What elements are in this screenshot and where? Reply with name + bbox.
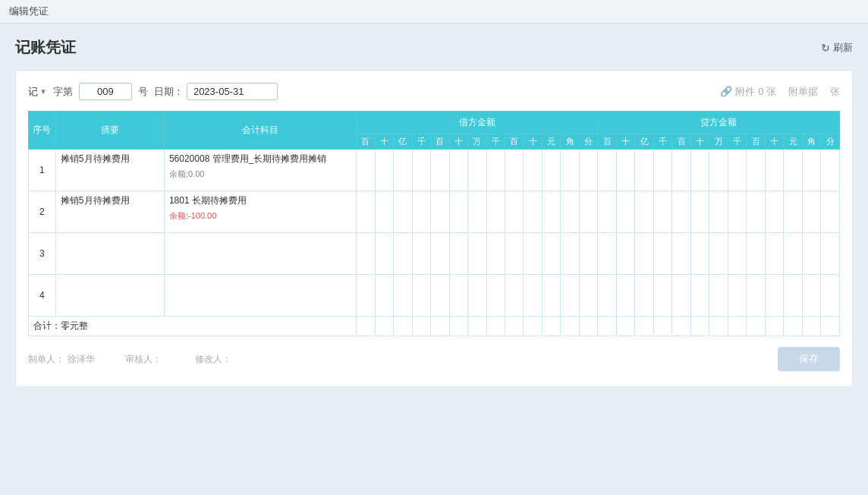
cell-amount[interactable]	[412, 233, 430, 275]
cell-amount[interactable]	[598, 233, 616, 275]
cell-amount[interactable]	[802, 275, 820, 317]
cell-amount[interactable]	[784, 150, 802, 191]
cell-amount[interactable]	[486, 275, 505, 317]
cell-amount[interactable]	[690, 233, 709, 275]
cell-amount[interactable]	[616, 233, 634, 275]
cell-amount[interactable]	[524, 233, 542, 275]
cell-amount[interactable]	[431, 275, 449, 317]
cell-amount[interactable]	[653, 275, 671, 317]
cell-amount[interactable]	[412, 150, 430, 191]
cell-amount[interactable]	[616, 150, 634, 191]
cell-amount[interactable]	[672, 275, 690, 317]
cell-amount[interactable]	[394, 275, 412, 317]
cell-amount[interactable]	[468, 191, 486, 233]
cell-amount[interactable]	[598, 275, 616, 317]
cell-amount[interactable]	[709, 275, 728, 317]
cell-amount[interactable]	[765, 191, 783, 233]
cell-account[interactable]	[164, 233, 356, 275]
attachment-unit[interactable]: 附单据	[788, 85, 818, 99]
cell-amount[interactable]	[561, 191, 579, 233]
cell-amount[interactable]	[747, 275, 765, 317]
cell-amount[interactable]	[690, 275, 709, 317]
cell-seq[interactable]: 1	[29, 150, 56, 191]
cell-amount[interactable]	[728, 150, 746, 191]
cell-amount[interactable]	[357, 233, 375, 275]
cell-amount[interactable]	[524, 275, 542, 317]
cell-amount[interactable]	[690, 150, 709, 191]
cell-amount[interactable]	[524, 191, 542, 233]
cell-amount[interactable]	[375, 150, 393, 191]
cell-amount[interactable]	[709, 191, 728, 233]
cell-amount[interactable]	[468, 275, 486, 317]
cell-amount[interactable]	[394, 233, 412, 275]
cell-amount[interactable]	[449, 233, 467, 275]
cell-amount[interactable]	[486, 150, 505, 191]
cell-amount[interactable]	[653, 233, 671, 275]
cell-amount[interactable]	[635, 275, 653, 317]
cell-amount[interactable]	[357, 191, 375, 233]
cell-seq[interactable]: 4	[29, 275, 56, 317]
cell-amount[interactable]	[505, 150, 524, 191]
attachment-link[interactable]: 🔗 附件 0 张	[720, 85, 776, 99]
cell-amount[interactable]	[616, 275, 634, 317]
cell-amount[interactable]	[635, 191, 653, 233]
cell-amount[interactable]	[616, 191, 634, 233]
cell-amount[interactable]	[747, 191, 765, 233]
cell-amount[interactable]	[821, 233, 840, 275]
cell-summary[interactable]	[55, 233, 164, 275]
cell-amount[interactable]	[412, 191, 430, 233]
cell-amount[interactable]	[653, 191, 671, 233]
cell-amount[interactable]	[468, 150, 486, 191]
cell-amount[interactable]	[542, 191, 560, 233]
cell-amount[interactable]	[542, 150, 560, 191]
cell-amount[interactable]	[802, 233, 820, 275]
cell-amount[interactable]	[802, 150, 820, 191]
cell-amount[interactable]	[412, 275, 430, 317]
cell-amount[interactable]	[765, 275, 783, 317]
refresh-button[interactable]: ↻ 刷新	[821, 41, 853, 55]
cell-amount[interactable]	[486, 233, 505, 275]
cell-amount[interactable]	[449, 191, 467, 233]
cell-amount[interactable]	[747, 233, 765, 275]
cell-amount[interactable]	[357, 275, 375, 317]
cell-amount[interactable]	[635, 233, 653, 275]
cell-amount[interactable]	[784, 275, 802, 317]
save-button[interactable]: 保存	[778, 347, 840, 371]
cell-amount[interactable]	[524, 150, 542, 191]
cell-amount[interactable]	[542, 233, 560, 275]
cell-amount[interactable]	[449, 275, 467, 317]
cell-summary[interactable]	[55, 275, 164, 317]
cell-amount[interactable]	[561, 233, 579, 275]
cell-amount[interactable]	[728, 233, 746, 275]
cell-amount[interactable]	[765, 233, 783, 275]
cell-amount[interactable]	[449, 150, 467, 191]
cell-amount[interactable]	[653, 150, 671, 191]
cell-amount[interactable]	[635, 150, 653, 191]
cell-account[interactable]: 56020008 管理费用_长期待摊费用摊销余额:0.00	[164, 150, 356, 191]
cell-amount[interactable]	[394, 191, 412, 233]
cell-amount[interactable]	[505, 275, 524, 317]
cell-account[interactable]: 1801 长期待摊费用余额:-100.00	[164, 191, 356, 233]
cell-seq[interactable]: 3	[29, 233, 56, 275]
cell-amount[interactable]	[784, 191, 802, 233]
voucher-number-input[interactable]	[79, 83, 132, 100]
cell-amount[interactable]	[747, 150, 765, 191]
cell-amount[interactable]	[709, 150, 728, 191]
cell-amount[interactable]	[468, 233, 486, 275]
cell-amount[interactable]	[561, 150, 579, 191]
cell-amount[interactable]	[375, 275, 393, 317]
cell-amount[interactable]	[598, 150, 616, 191]
cell-amount[interactable]	[579, 275, 597, 317]
cell-amount[interactable]	[709, 233, 728, 275]
cell-amount[interactable]	[821, 275, 840, 317]
cell-amount[interactable]	[802, 191, 820, 233]
cell-amount[interactable]	[375, 233, 393, 275]
cell-amount[interactable]	[561, 275, 579, 317]
cell-amount[interactable]	[375, 191, 393, 233]
cell-amount[interactable]	[579, 150, 597, 191]
cell-amount[interactable]	[505, 191, 524, 233]
cell-amount[interactable]	[784, 233, 802, 275]
date-input[interactable]	[187, 83, 278, 100]
cell-account[interactable]	[164, 275, 356, 317]
cell-amount[interactable]	[505, 233, 524, 275]
